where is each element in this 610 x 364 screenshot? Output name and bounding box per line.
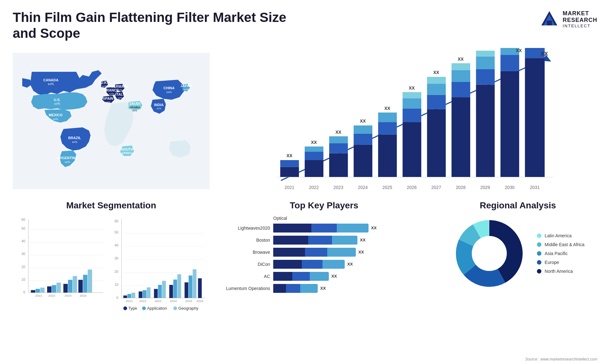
svg-text:10: 10 [115,283,119,286]
legend-dot [537,251,541,256]
us-label: U.S. [54,98,60,102]
svg-text:2030: 2030 [505,185,515,190]
italy-label: ITALY [115,92,125,96]
player-row: DiCon XX [222,260,426,269]
bar-seg1 [273,224,311,233]
spain-label: SPAIN [103,97,113,100]
player-bar-container: XX [273,224,426,233]
svg-rect-31 [329,153,348,177]
svg-rect-37 [354,133,372,145]
player-bar [273,236,357,245]
bar-seg1 [273,284,286,293]
player-bar [273,224,369,233]
player-bar-container: XX [273,284,426,293]
bar-seg2 [286,284,300,293]
saudi-label: SAUDI [129,102,140,105]
logo-brand3: INTELLECT [563,24,597,28]
bar-seg2 [302,260,322,269]
svg-rect-22 [280,167,299,177]
player-xx: XX [320,286,326,291]
legend-label: North America [545,269,573,274]
legend-label: Middle East & Africa [545,242,584,247]
logo-box: MARKET RESEARCH INTELLECT [540,10,597,29]
india-label: INDIA [154,103,164,107]
svg-rect-43 [378,112,397,122]
svg-rect-137 [173,280,177,298]
svg-rect-108 [88,269,92,293]
legend-label: Asia Pacific [545,251,567,256]
player-xx: XX [347,262,353,266]
svg-text:2022: 2022 [48,294,55,297]
svg-text:20: 20 [115,269,119,273]
players-section: Top Key Players Optical Lightwaves2020 X… [216,197,432,331]
svg-text:xx%: xx% [54,102,60,105]
bar-seg1 [273,272,292,281]
svg-text:2024: 2024 [358,185,368,190]
bar-seg2 [308,236,332,245]
player-name: Browave [222,250,270,255]
svg-rect-128 [139,291,143,298]
svg-text:20: 20 [21,265,25,268]
segmentation-chart: 0 10 20 30 40 50 60 [16,215,103,304]
svg-text:Application: Application [147,306,167,310]
svg-text:xx%: xx% [118,97,122,99]
svg-text:xx%: xx% [102,85,106,88]
regional-legend-item: Latin America [537,233,584,238]
svg-text:xx%: xx% [156,107,161,110]
svg-point-150 [173,307,177,310]
svg-rect-2 [547,21,552,25]
svg-text:2031: 2031 [530,185,540,190]
svg-text:2021: 2021 [284,185,294,190]
svg-text:30: 30 [115,256,119,260]
bar-seg1 [273,236,308,245]
legend-label: Europe [545,260,559,265]
bar-seg3 [322,260,345,269]
svg-rect-136 [169,285,173,298]
svg-rect-134 [162,281,166,298]
player-name: Lumentum Operations [222,286,270,291]
svg-rect-52 [427,109,446,177]
svg-text:XX: XX [384,105,390,111]
player-bar-container: XX [273,236,426,245]
svg-text:2029: 2029 [480,185,490,190]
world-map: CANADA xx% U.S. xx% MEXICO xx% BRAZIL xx… [13,48,210,194]
svg-rect-23 [280,160,299,167]
header: Thin Film Gain Flattening Filter Market … [0,0,610,45]
svg-text:0: 0 [23,290,25,294]
germany-label: GERMANY [111,84,129,88]
player-xx: XX [371,226,376,230]
player-xx: XX [358,250,364,254]
south-africa-label: SOUTH [121,147,133,151]
svg-text:XX: XX [311,139,317,145]
svg-point-146 [124,307,127,310]
svg-text:60: 60 [115,219,119,223]
svg-text:XX: XX [458,56,464,61]
svg-text:2021: 2021 [35,294,42,297]
svg-text:2026: 2026 [196,299,203,303]
svg-rect-126 [132,293,135,298]
svg-rect-26 [305,160,323,177]
svg-rect-98 [47,286,51,293]
player-row: Lumentum Operations XX [222,284,426,293]
svg-text:xx%: xx% [64,160,70,164]
svg-text:xx%: xx% [184,88,188,91]
svg-text:XX: XX [360,118,366,124]
svg-text:2023: 2023 [155,299,162,303]
player-name: Lightwaves2020 [222,226,270,231]
svg-rect-104 [73,276,77,293]
logo-area: MARKET RESEARCH INTELLECT [540,10,597,29]
legend-label: Latin America [545,233,572,238]
svg-text:2026: 2026 [407,185,417,190]
source-text: Source : www.marketresearchintellect.com [525,357,597,361]
svg-rect-132 [154,289,158,298]
svg-rect-41 [378,135,397,177]
player-name: Boston [222,238,270,243]
svg-rect-59 [451,82,470,97]
svg-text:Type: Type [128,306,137,310]
donut-legend-area: Latin America Middle East & Africa Asia … [442,215,594,292]
svg-rect-61 [451,63,470,70]
player-bar-container: XX [273,260,426,269]
bar-seg1 [273,248,305,257]
player-name: DiCon [222,262,270,267]
regional-legend: Latin America Middle East & Africa Asia … [537,233,584,274]
